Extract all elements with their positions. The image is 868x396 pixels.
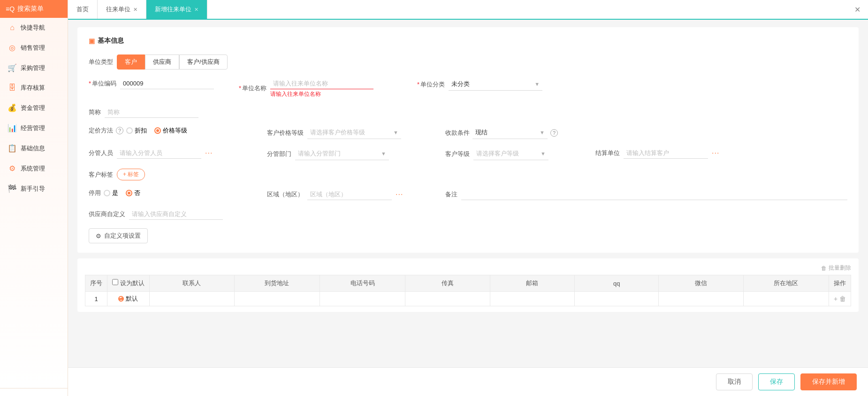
tab-partner[interactable]: 往来单位✕	[98, 0, 146, 19]
search-icon: ≡Q	[6, 5, 15, 13]
sidebar-item-purchase[interactable]: 🛒采购管理	[0, 58, 68, 78]
email-input[interactable]	[495, 295, 570, 303]
unit-type-label: 单位类型	[89, 58, 113, 66]
unit-name-input[interactable]	[270, 78, 373, 89]
unit-category-select[interactable]: 未分类 ▼	[449, 78, 542, 91]
unit-name-label: *单位名称	[239, 84, 266, 93]
pricing-label: 定价方法	[89, 126, 113, 135]
supplier-custom-input[interactable]	[129, 209, 223, 220]
unit-type-group-container: 单位类型 客户 供应商 客户/供应商	[89, 54, 847, 70]
customer-level-select[interactable]: 请选择客户等级 ▼	[473, 148, 548, 160]
inventory-icon: 🗄	[8, 84, 17, 92]
address-input[interactable]	[239, 295, 315, 303]
disabled-no-radio[interactable]	[126, 190, 132, 196]
tab-close-partner[interactable]: ✕	[133, 7, 137, 13]
sidebar-item-inventory[interactable]: 🗄库存核算	[0, 78, 68, 98]
pricing-group: 定价方法 ? 折扣 价格等级	[89, 126, 267, 135]
wechat-input[interactable]	[663, 295, 738, 303]
payment-select[interactable]: 现结 ▼	[472, 126, 548, 139]
manager-more-icon[interactable]: ···	[205, 149, 213, 157]
fax-input[interactable]	[410, 295, 485, 303]
abbr-input[interactable]	[105, 107, 198, 118]
main-area: 首页往来单位✕新增往来单位✕ ✕ ▣ 基本信息 单位类型 客户 供应商 客户/供…	[68, 0, 868, 396]
save-button[interactable]: 保存	[758, 373, 795, 390]
table-col-header: 所在地区	[743, 275, 829, 292]
pricing-row: 定价方法 ? 折扣 价格等级 客户价格等级	[89, 126, 847, 139]
row-default[interactable]: 默认	[107, 292, 150, 306]
region-more-icon[interactable]: ···	[396, 190, 403, 199]
disabled-yes-radio[interactable]	[104, 190, 110, 196]
discount-radio[interactable]	[126, 127, 133, 134]
row-delete-btn[interactable]: 🗑	[839, 295, 846, 303]
region-input[interactable]	[307, 189, 392, 200]
sidebar-item-operations[interactable]: 📊经营管理	[0, 118, 68, 138]
tabbar-close-btn[interactable]: ✕	[847, 5, 868, 14]
unit-type-supplier[interactable]: 供应商	[145, 54, 179, 70]
sidebar-item-sales[interactable]: ◎销售管理	[0, 38, 68, 58]
contact-input[interactable]	[154, 295, 229, 303]
region-input[interactable]	[748, 295, 824, 303]
sidebar-item-base-info[interactable]: 📋基础信息	[0, 138, 68, 158]
cancel-button[interactable]: 取消	[716, 373, 753, 390]
payment-help-icon[interactable]: ?	[550, 129, 558, 137]
abbr-row: 简称	[89, 107, 847, 118]
sidebar: ≡Q 搜索菜单 ⌂快捷导航◎销售管理🛒采购管理🗄库存核算💰资金管理📊经营管理📋基…	[0, 0, 68, 396]
sidebar-item-label: 资金管理	[21, 104, 45, 112]
table-row: 1 默认 + 🗑	[85, 292, 851, 306]
search-menu[interactable]: ≡Q 搜索菜单	[0, 0, 68, 18]
batch-delete-btn[interactable]: 🗑 批量删除	[821, 264, 851, 272]
manager-input[interactable]	[117, 148, 201, 159]
row-email[interactable]	[490, 292, 574, 306]
price-level-radio[interactable]	[154, 127, 161, 134]
region-group: 区域（地区） ···	[267, 189, 445, 200]
sidebar-item-finance[interactable]: 💰资金管理	[0, 98, 68, 118]
tab-home[interactable]: 首页	[68, 0, 98, 19]
row-qq[interactable]	[574, 292, 659, 306]
customer-level-label: 客户等级	[445, 150, 470, 158]
supplier-custom-row: 供应商自定义	[89, 209, 847, 220]
customer-price-select[interactable]: 请选择客户价格等级 ▼	[307, 126, 401, 139]
table-col-header: 到货地址	[234, 275, 320, 292]
add-tag-btn[interactable]: + 标签	[117, 169, 145, 180]
sidebar-item-label: 采购管理	[21, 64, 45, 72]
row-ops: + 🗑	[829, 292, 851, 306]
disabled-yes[interactable]: 是	[104, 189, 118, 197]
row-wechat[interactable]	[659, 292, 743, 306]
department-group: 分管部门 请输入分管部门 ▼	[267, 148, 445, 160]
unit-type-customer[interactable]: 客户	[117, 54, 145, 70]
settlement-input[interactable]	[624, 148, 708, 159]
unit-name-error: 请输入往来单位名称	[270, 90, 373, 98]
save-new-button[interactable]: 保存并新增	[800, 373, 857, 390]
table-col-header: 序号	[85, 275, 107, 292]
row-phone[interactable]	[320, 292, 405, 306]
pricing-discount[interactable]: 折扣	[126, 126, 147, 135]
sidebar-item-guide[interactable]: 🏁新手引导	[0, 179, 68, 199]
unit-code-input[interactable]	[120, 78, 214, 89]
sidebar-item-system[interactable]: ⚙系统管理	[0, 158, 68, 179]
pricing-radio-group: 折扣 价格等级	[126, 126, 187, 135]
phone-input[interactable]	[325, 295, 400, 303]
table-col-header: 操作	[829, 275, 851, 292]
row-add-btn[interactable]: +	[834, 295, 838, 303]
guide-icon: 🏁	[8, 184, 17, 193]
default-radio[interactable]	[118, 296, 124, 302]
remark-input[interactable]	[461, 189, 847, 200]
tab-close-new-partner[interactable]: ✕	[194, 7, 198, 13]
purchase-icon: 🛒	[8, 63, 17, 72]
pricing-level[interactable]: 价格等级	[154, 126, 187, 135]
department-select[interactable]: 请输入分管部门 ▼	[295, 148, 389, 160]
row-fax[interactable]	[405, 292, 490, 306]
row-contact[interactable]	[149, 292, 234, 306]
disabled-no[interactable]: 否	[126, 189, 140, 197]
select-all-checkbox[interactable]	[112, 279, 118, 285]
custom-settings-btn[interactable]: ⚙ 自定义项设置	[89, 228, 148, 243]
pricing-help-icon[interactable]: ?	[116, 127, 123, 134]
qq-input[interactable]	[579, 295, 654, 303]
unit-type-both[interactable]: 客户/供应商	[179, 54, 228, 70]
settlement-more-icon[interactable]: ···	[712, 149, 719, 157]
tab-new-partner[interactable]: 新增往来单位✕	[146, 0, 207, 19]
row-address[interactable]	[234, 292, 320, 306]
row-region[interactable]	[743, 292, 829, 306]
delete-icon: 🗑	[821, 265, 827, 272]
sidebar-item-quick-nav[interactable]: ⌂快捷导航	[0, 18, 68, 38]
